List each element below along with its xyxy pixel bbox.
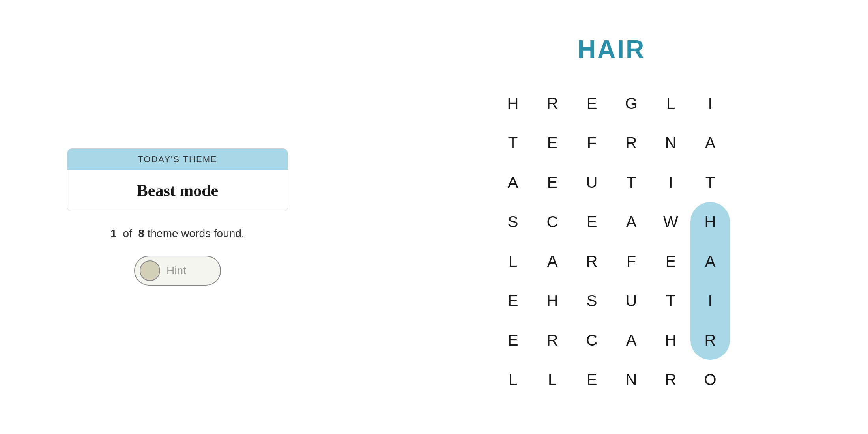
theme-card: TODAY'S THEME Beast mode: [67, 148, 288, 211]
grid-cell[interactable]: R: [572, 241, 612, 281]
grid-cell[interactable]: S: [572, 281, 612, 320]
right-panel: HAIR HREGLITEFRNAAEUTITSCEAWHLARFEAEHSUT…: [355, 19, 868, 415]
words-found-suffix: theme words found.: [148, 227, 245, 239]
grid-cell[interactable]: T: [612, 163, 651, 202]
grid-cell[interactable]: H: [533, 281, 572, 320]
grid-cell[interactable]: E: [651, 241, 690, 281]
grid-cell[interactable]: R: [533, 84, 572, 123]
grid-cell[interactable]: R: [651, 360, 690, 399]
grid-cell[interactable]: U: [612, 281, 651, 320]
grid-cell[interactable]: A: [690, 241, 730, 281]
grid-cell[interactable]: A: [533, 241, 572, 281]
grid-cell[interactable]: L: [493, 360, 533, 399]
grid-cell[interactable]: R: [533, 320, 572, 360]
grid-cell[interactable]: O: [690, 360, 730, 399]
grid-cell[interactable]: A: [612, 202, 651, 241]
grid-cell[interactable]: H: [651, 320, 690, 360]
grid-cell[interactable]: E: [533, 123, 572, 163]
grid-cell[interactable]: L: [533, 360, 572, 399]
grid-cell[interactable]: I: [690, 281, 730, 320]
grid-cell[interactable]: L: [651, 84, 690, 123]
word-grid: HREGLITEFRNAAEUTITSCEAWHLARFEAEHSUTIERCA…: [493, 84, 730, 399]
grid-cell[interactable]: I: [651, 163, 690, 202]
grid-cell[interactable]: A: [690, 123, 730, 163]
main-container: TODAY'S THEME Beast mode 1 of 8 theme wo…: [0, 0, 868, 434]
grid-cell[interactable]: H: [493, 84, 533, 123]
grid-cell[interactable]: W: [651, 202, 690, 241]
grid-cell[interactable]: A: [612, 320, 651, 360]
grid-title: HAIR: [578, 35, 645, 64]
hint-label: Hint: [166, 264, 186, 277]
left-panel: TODAY'S THEME Beast mode 1 of 8 theme wo…: [0, 133, 355, 301]
theme-card-header: TODAY'S THEME: [67, 149, 288, 170]
grid-cell[interactable]: I: [690, 84, 730, 123]
theme-card-body: Beast mode: [67, 170, 288, 211]
grid-cell[interactable]: E: [572, 360, 612, 399]
grid-cell[interactable]: F: [612, 241, 651, 281]
words-found-current: 1: [110, 227, 117, 239]
grid-cell[interactable]: N: [651, 123, 690, 163]
grid-cell[interactable]: E: [493, 281, 533, 320]
hint-toggle[interactable]: Hint: [134, 256, 221, 286]
grid-cell[interactable]: R: [690, 320, 730, 360]
toggle-knob: [140, 260, 160, 281]
grid-cell[interactable]: T: [651, 281, 690, 320]
grid-cell[interactable]: G: [612, 84, 651, 123]
grid-cell[interactable]: E: [533, 163, 572, 202]
grid-cell[interactable]: H: [690, 202, 730, 241]
grid-cell[interactable]: S: [493, 202, 533, 241]
grid-cell[interactable]: C: [572, 320, 612, 360]
grid-cell[interactable]: E: [493, 320, 533, 360]
grid-cell[interactable]: L: [493, 241, 533, 281]
grid-cell[interactable]: T: [690, 163, 730, 202]
grid-cell[interactable]: U: [572, 163, 612, 202]
grid-cell[interactable]: E: [572, 202, 612, 241]
grid-cell[interactable]: F: [572, 123, 612, 163]
words-found-text: 1 of 8 theme words found.: [110, 227, 244, 240]
words-found-total: 8: [138, 227, 144, 239]
grid-cell[interactable]: C: [533, 202, 572, 241]
theme-header-label: TODAY'S THEME: [138, 154, 217, 164]
grid-cell[interactable]: E: [572, 84, 612, 123]
grid-cell[interactable]: T: [493, 123, 533, 163]
grid-cell[interactable]: A: [493, 163, 533, 202]
grid-cell[interactable]: N: [612, 360, 651, 399]
theme-word: Beast mode: [137, 181, 218, 200]
grid-cell[interactable]: R: [612, 123, 651, 163]
